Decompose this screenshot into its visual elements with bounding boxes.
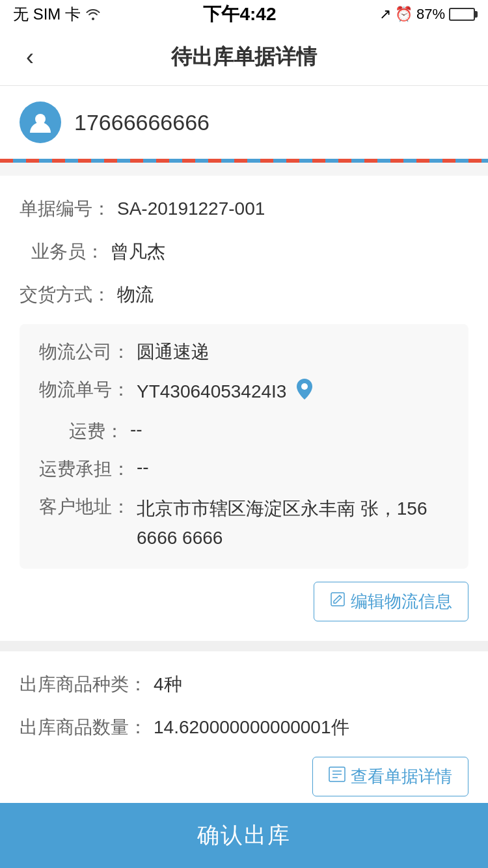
back-button[interactable]: ‹ (20, 37, 40, 77)
tracking-number-row: 物流单号： YT43064053424I3 (39, 377, 449, 406)
wifi-icon (86, 8, 100, 20)
freight-bearer-value: -- (137, 457, 449, 478)
freight-bearer-label: 运费承担： (39, 457, 130, 481)
order-info-section: 单据编号： SA-20191227-001 业务员： 曾凡杰 交货方式： 物流 … (0, 176, 488, 641)
section-divider (0, 641, 488, 651)
confirm-bar: 确认出库 (0, 803, 488, 868)
goods-types-label: 出库商品种类： (20, 671, 147, 698)
status-left: 无 SIM 卡 (13, 4, 100, 25)
logistics-card: 物流公司： 圆通速递 物流单号： YT43064053424I3 运费： -- … (20, 324, 468, 569)
address-value: 北京市市辖区海淀区永丰南 张，156 6666 6666 (137, 495, 449, 553)
freight-label: 运费： (39, 419, 124, 444)
address-row: 客户地址： 北京市市辖区海淀区永丰南 张，156 6666 6666 (39, 495, 449, 553)
order-number-label: 单据编号： (20, 195, 111, 223)
nav-bar: ‹ 待出库单据详情 (0, 29, 488, 86)
freight-value: -- (130, 419, 449, 440)
battery-icon (449, 8, 475, 21)
goods-quantity-value: 14.620000000000001件 (154, 714, 468, 741)
location-icon: ↗ (379, 6, 391, 23)
tracking-number-label: 物流单号： (39, 377, 130, 402)
customer-phone: 17666666666 (74, 110, 210, 135)
freight-row: 运费： -- (39, 419, 449, 444)
address-label: 客户地址： (39, 495, 130, 519)
battery-percent: 87% (416, 6, 445, 23)
delivery-method-row: 交货方式： 物流 (20, 281, 468, 308)
goods-types-row: 出库商品种类： 4种 (20, 671, 468, 698)
page-title: 待出库单据详情 (171, 43, 317, 72)
edit-logistics-label: 编辑物流信息 (351, 590, 452, 613)
edit-logistics-button[interactable]: 编辑物流信息 (314, 582, 468, 621)
logistics-company-value: 圆通速递 (137, 340, 449, 364)
tracking-number-value: YT43064053424I3 (137, 377, 449, 406)
view-details-container: 查看单据详情 (20, 757, 468, 796)
delivery-method-label: 交货方式： (20, 281, 111, 308)
customer-header: 17666666666 (0, 86, 488, 159)
avatar (20, 102, 61, 143)
dashed-divider (0, 159, 488, 163)
view-details-button[interactable]: 查看单据详情 (312, 757, 468, 796)
svg-point-1 (301, 383, 308, 390)
sales-rep-value: 曾凡杰 (111, 238, 468, 265)
alarm-icon: ⏰ (395, 6, 413, 23)
goods-quantity-label: 出库商品数量： (20, 714, 147, 741)
goods-section: 出库商品种类： 4种 出库商品数量： 14.620000000000001件 查… (0, 651, 488, 816)
svg-rect-2 (331, 593, 344, 606)
sales-rep-row: 业务员： 曾凡杰 (20, 238, 468, 265)
goods-types-value: 4种 (154, 671, 468, 698)
status-time: 下午4:42 (203, 2, 276, 27)
delivery-method-value: 物流 (117, 281, 468, 308)
sales-rep-label: 业务员： (20, 238, 104, 265)
logistics-company-label: 物流公司： (39, 340, 130, 364)
view-details-label: 查看单据详情 (351, 765, 452, 788)
edit-icon (330, 591, 346, 612)
status-bar: 无 SIM 卡 下午4:42 ↗ ⏰ 87% (0, 0, 488, 29)
edit-logistics-container: 编辑物流信息 (20, 582, 468, 621)
confirm-button[interactable]: 确认出库 (197, 821, 291, 850)
goods-quantity-row: 出库商品数量： 14.620000000000001件 (20, 714, 468, 741)
carrier-text: 无 SIM 卡 (13, 4, 81, 25)
status-right: ↗ ⏰ 87% (379, 6, 475, 23)
logistics-company-row: 物流公司： 圆通速递 (39, 340, 449, 364)
details-icon (329, 766, 346, 787)
tracking-location-icon[interactable] (294, 377, 315, 406)
order-number-row: 单据编号： SA-20191227-001 (20, 195, 468, 223)
order-number-value: SA-20191227-001 (117, 195, 468, 223)
freight-bearer-row: 运费承担： -- (39, 457, 449, 481)
avatar-icon (27, 109, 53, 135)
